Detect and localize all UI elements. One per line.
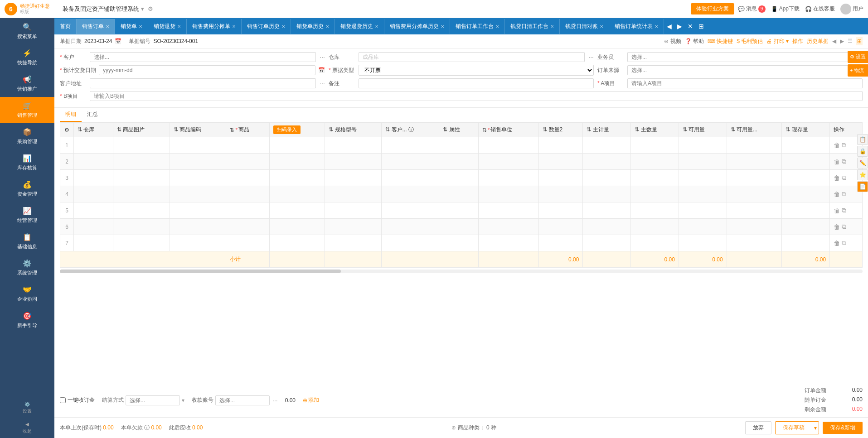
row-customer-code[interactable] [382,219,439,235]
row-warehouse[interactable] [74,202,113,219]
sidebar-item-finance[interactable]: 💰 资金管理 [0,176,54,202]
sidebar-item-search[interactable]: 🔍 搜索菜单 [0,18,54,44]
row-main-qty[interactable] [631,202,679,219]
next-record[interactable]: ▶ [840,38,844,44]
row-stock[interactable] [782,186,830,202]
tab-close-icon[interactable]: ✕ [232,24,236,29]
row-stock[interactable] [782,202,830,219]
one-click-checkbox[interactable]: 一键收订金 [60,396,95,404]
row-qty2[interactable] [539,202,583,219]
row-warehouse[interactable] [74,219,113,235]
address-input[interactable] [90,78,316,88]
row-product[interactable] [226,154,269,170]
row-code[interactable] [170,202,226,219]
copy-row-icon[interactable]: ⧉ [842,190,846,198]
row-available[interactable] [679,186,727,202]
row-unit[interactable] [478,202,538,219]
row-code[interactable] [170,235,226,251]
sidebar-item-collaboration[interactable]: 🤝 企业协同 [0,281,54,307]
history-action[interactable]: 历史单据 [807,38,829,45]
copy-row-icon[interactable]: ⧉ [842,174,846,182]
tab-close-icon[interactable]: ✕ [495,24,499,29]
row-qty2[interactable] [539,186,583,202]
customer-more-icon[interactable]: ··· [320,53,325,61]
order-source-input[interactable] [627,65,863,75]
row-stock[interactable] [782,170,830,186]
delete-icon[interactable]: 🗑 [834,158,840,165]
row-qty2[interactable] [539,154,583,170]
sidebar-item-marketing[interactable]: 📢 营销推广 [0,71,54,97]
row-spec[interactable] [325,137,382,154]
tab-return-history[interactable]: 销货退货历史 ✕ [335,19,384,34]
profit-action[interactable]: $ 毛利预估 [737,38,763,45]
warehouse-input[interactable] [359,52,585,62]
row-qty2[interactable] [539,235,583,251]
number-value[interactable]: SO-20230324-001 [153,38,198,44]
save-draft-chevron[interactable]: ▾ [812,425,819,431]
th-unit[interactable]: ⇅ *销售单位 [478,123,538,137]
add-payment-button[interactable]: ⊕ 添加 [303,396,319,404]
row-main-unit[interactable] [583,154,631,170]
tab-order-stats[interactable]: 销售订单统计表 ✕ [609,19,664,34]
chevron-down-icon[interactable]: ▾ [141,5,144,12]
delete-icon[interactable]: 🗑 [834,207,840,214]
row-available2[interactable] [727,170,782,186]
row-image[interactable] [113,170,170,186]
save-draft-button[interactable]: 保存草稿 [776,422,812,434]
row-unit[interactable] [478,137,538,154]
user-item[interactable]: 用户 [840,4,863,14]
row-customer-code[interactable] [382,154,439,170]
row-image[interactable] [113,219,170,235]
row-unit[interactable] [478,186,538,202]
a-project-input[interactable] [627,78,863,88]
row-product[interactable] [226,235,269,251]
sidebar-item-purchase[interactable]: 📦 采购管理 [0,123,54,149]
payment-method-input[interactable] [126,395,180,405]
tab-goods-history[interactable]: 销货单历史 ✕ [291,19,335,34]
row-stock[interactable] [782,137,830,154]
row-available2[interactable] [727,137,782,154]
scan-button[interactable]: 扫码录入 [273,125,301,134]
tab-close-icon[interactable]: ✕ [177,24,181,29]
copy-row-icon[interactable]: ⧉ [842,141,846,149]
copy-row-icon[interactable]: ⧉ [842,207,846,214]
copy-row-icon[interactable]: ⧉ [842,239,846,247]
row-image[interactable] [113,202,170,219]
b-project-input[interactable] [90,91,863,101]
row-available[interactable] [679,137,727,154]
side-edit-btn[interactable]: ✏️ [857,158,868,168]
th-available2[interactable]: ⇅ 可用量... [727,123,782,137]
row-product[interactable] [226,137,269,154]
note-input[interactable] [359,78,594,88]
account-more-icon[interactable]: ··· [272,397,278,404]
tab-close-icon[interactable]: ✕ [281,24,285,29]
row-warehouse[interactable] [74,235,113,251]
tab-next-button[interactable]: ▶ [674,23,685,30]
row-attribute[interactable] [439,154,479,170]
row-main-unit[interactable] [583,202,631,219]
tab-close-icon[interactable]: ✕ [655,24,658,29]
side-copy-btn[interactable]: 📋 [857,134,868,145]
row-warehouse[interactable] [74,137,113,154]
row-attribute[interactable] [439,137,479,154]
payment-method-chevron[interactable]: ▾ [182,397,184,404]
delete-icon[interactable]: 🗑 [834,174,840,182]
settings-icon[interactable]: ⚙ [148,5,153,12]
row-main-unit[interactable] [583,186,631,202]
tab-order-workbench[interactable]: 销售订单工作台 ✕ [450,19,505,34]
row-stock[interactable] [782,154,830,170]
side-star-btn[interactable]: ⭐ [857,169,868,180]
row-spec[interactable] [325,219,382,235]
row-attribute[interactable] [439,202,479,219]
address-more-icon[interactable]: ··· [320,80,325,87]
salesperson-input[interactable] [627,52,863,62]
account-input[interactable] [215,395,270,405]
row-available2[interactable] [727,219,782,235]
th-stock[interactable]: ⇅ 现存量 [782,123,830,137]
date-value[interactable]: 2023-03-24 [84,38,112,44]
row-unit[interactable] [478,154,538,170]
sidebar-item-sales[interactable]: 🛒 销售管理 [0,97,54,123]
online-service-item[interactable]: 🎧 在线客服 [805,5,835,13]
tab-close-icon[interactable]: ✕ [106,24,109,29]
side-doc-btn[interactable]: 📄 [857,181,868,192]
